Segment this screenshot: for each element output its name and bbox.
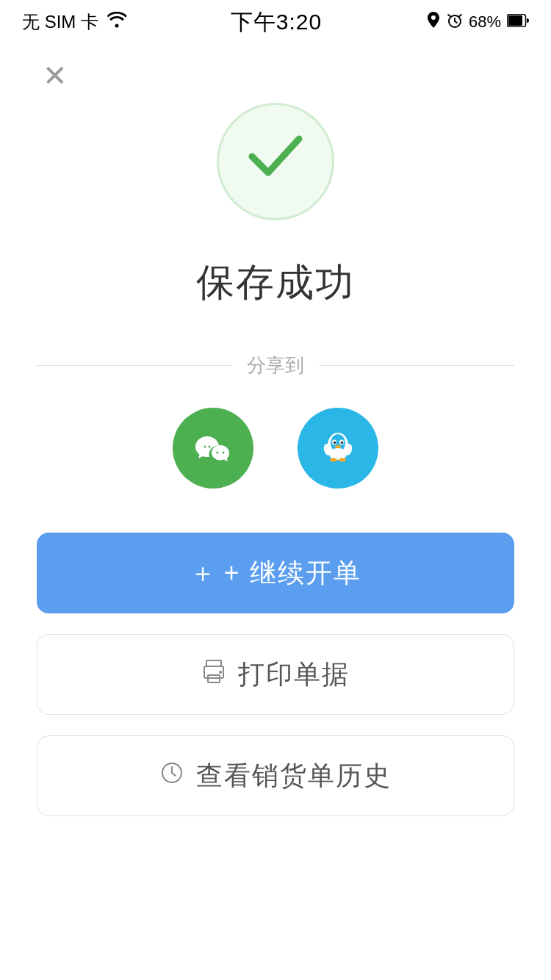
svg-point-5 <box>223 452 225 454</box>
status-bar: 无 SIM 卡 下午3:20 68% <box>0 0 551 44</box>
success-circle <box>217 103 334 220</box>
status-right: 68% <box>426 12 529 32</box>
print-label: 打印单据 <box>238 657 350 693</box>
svg-point-17 <box>339 458 346 462</box>
success-title: 保存成功 <box>196 257 355 309</box>
svg-point-6 <box>204 446 206 448</box>
status-time: 下午3:20 <box>231 7 322 37</box>
actions: ＋ + 继续开单 打印单据 查看销货单历史 <box>0 533 551 816</box>
main-content: 保存成功 分享到 <box>0 44 551 816</box>
alarm-icon <box>447 12 463 32</box>
battery-percent: 68% <box>469 12 501 32</box>
close-icon: ✕ <box>43 59 68 93</box>
svg-rect-2 <box>508 15 522 26</box>
battery-icon <box>507 12 529 32</box>
share-divider: 分享到 <box>0 353 551 378</box>
print-icon <box>201 659 226 691</box>
continue-button[interactable]: ＋ + 继续开单 <box>37 533 514 613</box>
share-section: 分享到 <box>0 353 551 489</box>
location-icon <box>426 12 441 32</box>
svg-point-4 <box>217 452 219 454</box>
qq-icon <box>316 426 360 470</box>
divider-right <box>319 365 514 366</box>
plus-icon: ＋ <box>190 555 217 591</box>
svg-point-13 <box>341 442 344 444</box>
svg-point-14 <box>335 445 341 448</box>
share-label: 分享到 <box>232 353 319 378</box>
continue-label: + 继续开单 <box>223 555 361 591</box>
svg-point-23 <box>219 671 222 674</box>
carrier-text: 无 SIM 卡 <box>22 10 98 34</box>
divider-left <box>37 365 232 366</box>
share-icons <box>173 408 378 489</box>
status-left: 无 SIM 卡 <box>22 10 126 34</box>
close-button[interactable]: ✕ <box>37 57 73 94</box>
history-button[interactable]: 查看销货单历史 <box>37 735 514 816</box>
qq-button[interactable] <box>298 408 378 489</box>
clock-icon <box>159 760 184 792</box>
wifi-icon <box>107 12 126 32</box>
svg-point-12 <box>334 442 336 444</box>
wechat-button[interactable] <box>173 408 253 489</box>
history-label: 查看销货单历史 <box>196 758 392 794</box>
checkmark-icon <box>246 130 305 191</box>
svg-point-7 <box>209 446 211 448</box>
svg-point-16 <box>330 458 337 462</box>
svg-rect-20 <box>206 660 221 666</box>
wechat-icon <box>191 426 235 470</box>
svg-point-15 <box>329 448 347 460</box>
print-button[interactable]: 打印单据 <box>37 634 514 715</box>
